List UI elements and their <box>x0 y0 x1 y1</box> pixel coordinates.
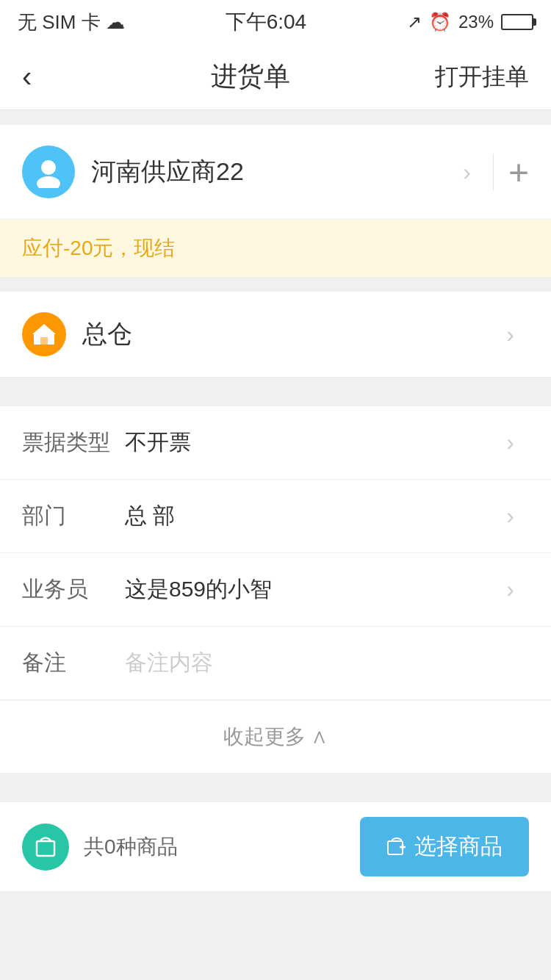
ticket-type-value: 不开票 <box>110 428 506 458</box>
warehouse-icon <box>31 321 57 347</box>
avatar <box>22 145 75 198</box>
chevron-right-icon: › <box>463 159 471 186</box>
status-left: 无 SIM 卡 ☁ <box>18 10 125 35</box>
alarm-icon: ⏰ <box>429 12 451 32</box>
open-pending-button[interactable]: 打开挂单 <box>435 61 529 93</box>
status-time: 下午6:04 <box>226 8 307 36</box>
select-product-label: 选择商品 <box>414 832 503 862</box>
product-icon-wrap <box>22 824 69 871</box>
add-product-icon <box>386 837 407 857</box>
warehouse-row[interactable]: 总仓 › <box>0 292 551 377</box>
collapse-label: 收起更多 ∧ <box>223 723 328 751</box>
location-icon: ↗ <box>407 12 422 32</box>
chevron-right-staff-icon: › <box>506 576 514 603</box>
collapse-row[interactable]: 收起更多 ∧ <box>0 700 551 773</box>
add-supplier-button[interactable]: + <box>508 152 529 192</box>
supplier-name: 河南供应商22 <box>91 155 463 189</box>
remark-label: 备注 <box>22 648 110 678</box>
warehouse-label: 总仓 <box>82 317 506 351</box>
status-bar: 无 SIM 卡 ☁ 下午6:04 ↗ ⏰ 23% <box>0 0 551 44</box>
ticket-type-label: 票据类型 <box>22 428 110 458</box>
sim-label: 无 SIM 卡 ☁ <box>18 10 125 35</box>
product-icon <box>32 834 59 860</box>
dept-label: 部门 <box>22 501 110 531</box>
chevron-right-warehouse-icon: › <box>506 321 514 348</box>
nav-bar: ‹ 进货单 打开挂单 <box>0 44 551 110</box>
battery-percent: 23% <box>458 12 494 32</box>
staff-value: 这是859的小智 <box>110 574 506 605</box>
chevron-right-dept-icon: › <box>506 502 514 530</box>
user-icon <box>32 156 65 188</box>
chevron-right-ticket-icon: › <box>506 429 514 456</box>
ticket-type-row[interactable]: 票据类型 不开票 › <box>0 406 551 480</box>
form-section: 票据类型 不开票 › 部门 总 部 › 业务员 这是859的小智 › 备注 备注… <box>0 406 551 773</box>
divider <box>493 154 494 190</box>
staff-label: 业务员 <box>22 574 110 605</box>
supplier-section: 河南供应商22 › + 应付-20元，现结 <box>0 125 551 277</box>
back-button[interactable]: ‹ <box>22 60 66 93</box>
remark-row[interactable]: 备注 备注内容 <box>0 627 551 700</box>
svg-point-1 <box>37 176 60 188</box>
status-right: ↗ ⏰ 23% <box>407 12 533 32</box>
remark-input[interactable]: 备注内容 <box>110 648 529 678</box>
warehouse-section: 总仓 › <box>0 292 551 377</box>
section-divider-4 <box>0 773 551 788</box>
svg-point-0 <box>41 160 56 175</box>
notice-banner: 应付-20元，现结 <box>0 220 551 277</box>
dept-value: 总 部 <box>110 501 506 531</box>
battery-icon <box>501 14 533 30</box>
section-divider-1 <box>0 110 551 125</box>
section-divider-2 <box>0 277 551 292</box>
section-divider-3 <box>0 377 551 392</box>
supplier-row[interactable]: 河南供应商22 › + <box>0 125 551 220</box>
select-product-button[interactable]: 选择商品 <box>360 817 529 876</box>
product-count: 共0种商品 <box>84 833 345 861</box>
page-title: 进货单 <box>211 59 290 95</box>
rest-area <box>0 891 551 980</box>
svg-marker-3 <box>32 324 56 334</box>
svg-rect-4 <box>40 337 48 345</box>
warehouse-icon-wrap <box>22 312 66 356</box>
staff-row[interactable]: 业务员 这是859的小智 › <box>0 553 551 627</box>
bottom-bar: 共0种商品 选择商品 <box>0 802 551 891</box>
svg-rect-5 <box>37 841 54 856</box>
dept-row[interactable]: 部门 总 部 › <box>0 480 551 553</box>
